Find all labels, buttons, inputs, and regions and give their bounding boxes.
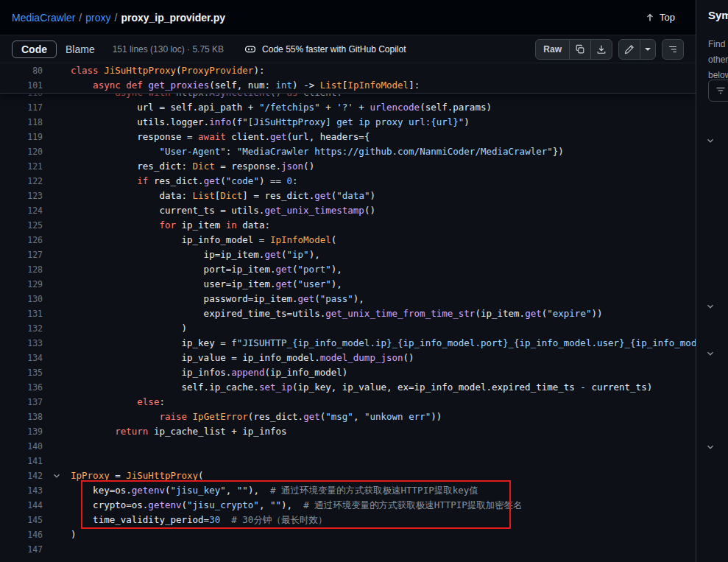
symbol-expand-chevron-icon[interactable] bbox=[705, 136, 717, 147]
line-number[interactable]: 142 bbox=[0, 468, 43, 483]
raw-button[interactable]: Raw bbox=[535, 39, 570, 60]
line-number[interactable]: 140 bbox=[0, 439, 43, 454]
line-number[interactable]: 80 bbox=[0, 63, 43, 78]
line-number[interactable]: 120 bbox=[0, 144, 43, 159]
breadcrumb: MediaCrawler / proxy / proxy_ip_provider… bbox=[12, 12, 225, 24]
line-number[interactable]: 118 bbox=[0, 115, 43, 130]
line-number[interactable]: 126 bbox=[0, 233, 43, 247]
scroll-to-top-button[interactable]: Top bbox=[645, 12, 675, 23]
symbol-expand-chevron-icon[interactable] bbox=[705, 348, 717, 360]
symbols-panel-title: Symbols bbox=[708, 9, 728, 21]
code-text: current_ts = utils.get_unix_timestamp() bbox=[71, 203, 696, 218]
code-text: ip=ip_item.get("ip"), bbox=[71, 247, 696, 262]
line-number[interactable]: 119 bbox=[0, 130, 43, 144]
line-number[interactable]: 141 bbox=[0, 454, 43, 468]
file-view: MediaCrawler / proxy / proxy_ip_provider… bbox=[0, 0, 696, 562]
line-number[interactable]: 123 bbox=[0, 189, 43, 203]
file-meta-info: 151 lines (130 loc) · 5.75 KB bbox=[113, 44, 224, 55]
line-number[interactable]: 132 bbox=[0, 321, 43, 336]
code-line: 126 ip_info_model = IpInfoModel( bbox=[0, 233, 696, 247]
code-line: 139 return ip_cache_list + ip_infos bbox=[0, 424, 696, 439]
line-number[interactable]: 139 bbox=[0, 424, 43, 439]
copilot-icon bbox=[244, 43, 256, 55]
symbol-expand-chevron-icon[interactable] bbox=[705, 301, 717, 313]
download-button[interactable] bbox=[590, 39, 612, 60]
line-number[interactable]: 127 bbox=[0, 247, 43, 262]
edit-dropdown-button[interactable] bbox=[640, 39, 656, 60]
symbols-filter-input[interactable] bbox=[708, 80, 728, 102]
line-number[interactable]: 124 bbox=[0, 203, 43, 218]
line-number[interactable]: 146 bbox=[0, 527, 43, 542]
line-number[interactable]: 122 bbox=[0, 174, 43, 189]
code-line: 135 ip_infos.append(ip_info_model) bbox=[0, 365, 696, 380]
code-text: response = await client.get(url, headers… bbox=[71, 130, 696, 144]
symbol-expand-chevron-icon[interactable] bbox=[705, 442, 717, 454]
sticky-scope-lines: 80class JiSuHttpProxy(ProxyProvider):101… bbox=[0, 63, 696, 93]
code-line: 122 if res_dict.get("code") == 0: bbox=[0, 174, 696, 189]
code-line: 80class JiSuHttpProxy(ProxyProvider): bbox=[0, 63, 696, 78]
collapse-chevron-icon[interactable] bbox=[43, 468, 71, 483]
line-number[interactable]: 147 bbox=[0, 542, 43, 557]
gutter bbox=[43, 277, 71, 292]
gutter bbox=[43, 174, 71, 189]
line-number[interactable]: 130 bbox=[0, 292, 43, 306]
code-line: 119 response = await client.get(url, hea… bbox=[0, 130, 696, 144]
line-number[interactable]: 134 bbox=[0, 351, 43, 365]
line-number[interactable]: 145 bbox=[0, 513, 43, 527]
tab-blame[interactable]: Blame bbox=[57, 41, 104, 58]
line-number[interactable]: 138 bbox=[0, 410, 43, 424]
gutter bbox=[43, 439, 71, 454]
code-line: 140 bbox=[0, 439, 696, 454]
line-number[interactable]: 135 bbox=[0, 365, 43, 380]
gutter bbox=[43, 306, 71, 321]
gutter bbox=[43, 233, 71, 247]
toolbar-actions: Raw bbox=[535, 39, 684, 60]
breadcrumb-repo-link[interactable]: MediaCrawler bbox=[12, 12, 75, 24]
line-number[interactable]: 129 bbox=[0, 277, 43, 292]
line-number[interactable]: 131 bbox=[0, 306, 43, 321]
symbols-panel: Symbols Find other below bbox=[696, 0, 728, 562]
line-number[interactable]: 125 bbox=[0, 218, 43, 233]
line-number[interactable]: 117 bbox=[0, 100, 43, 115]
code-line: 142IpProxy = JiSuHttpProxy( bbox=[0, 468, 696, 483]
line-number[interactable]: 128 bbox=[0, 262, 43, 277]
code-line: 132 ) bbox=[0, 321, 696, 336]
line-number[interactable]: 137 bbox=[0, 395, 43, 410]
code-line: 123 data: List[Dict] = res_dict.get("dat… bbox=[0, 189, 696, 203]
code-text: self.ip_cache.set_ip(ip_key, ip_value, e… bbox=[71, 380, 696, 395]
code-text: class JiSuHttpProxy(ProxyProvider): bbox=[71, 63, 696, 78]
tab-code[interactable]: Code bbox=[12, 41, 57, 58]
breadcrumb-dir-link[interactable]: proxy bbox=[85, 12, 110, 24]
line-number[interactable]: 133 bbox=[0, 336, 43, 351]
code-line: 125 for ip_item in data: bbox=[0, 218, 696, 233]
line-number[interactable]: 136 bbox=[0, 380, 43, 395]
code-line: 118 utils.logger.info(f"[JiSuHttpProxy] … bbox=[0, 115, 696, 130]
copilot-banner-text: Code 55% faster with GitHub Copilot bbox=[262, 44, 406, 55]
gutter bbox=[43, 63, 71, 78]
code-text: ) bbox=[71, 321, 696, 336]
code-text: password=ip_item.get("pass"), bbox=[71, 292, 696, 306]
line-number[interactable]: 144 bbox=[0, 498, 43, 513]
code-line: 131 expired_time_ts=utils.get_unix_time_… bbox=[0, 306, 696, 321]
code-text: ip_key = f"JISUHTTP_{ip_info_model.ip}_{… bbox=[71, 336, 696, 351]
line-number[interactable]: 121 bbox=[0, 159, 43, 174]
code-text: "User-Agent": "MediaCrawler https://gith… bbox=[71, 144, 696, 159]
code-line: 127 ip=ip_item.get("ip"), bbox=[0, 247, 696, 262]
code-text: IpProxy = JiSuHttpProxy( bbox=[71, 468, 696, 483]
gutter bbox=[43, 78, 71, 93]
line-number[interactable]: 101 bbox=[0, 78, 43, 93]
code-line: 101 async def get_proxies(self, num: int… bbox=[0, 78, 696, 93]
symbols-panel-toggle-button[interactable] bbox=[662, 39, 684, 60]
code-line: 136 self.ip_cache.set_ip(ip_key, ip_valu… bbox=[0, 380, 696, 395]
gutter bbox=[43, 100, 71, 115]
code-text bbox=[71, 454, 696, 468]
code-text: async def get_proxies(self, num: int) ->… bbox=[71, 78, 696, 93]
code-blame-switch: Code Blame bbox=[12, 41, 104, 58]
gutter bbox=[43, 410, 71, 424]
code-text bbox=[71, 542, 696, 557]
code-text: if res_dict.get("code") == 0: bbox=[71, 174, 696, 189]
line-number[interactable]: 143 bbox=[0, 483, 43, 498]
copy-button[interactable] bbox=[569, 39, 591, 60]
code-text: crypto=os.getenv("jisu_crypto", ""), # 通… bbox=[71, 498, 696, 513]
edit-button[interactable] bbox=[618, 39, 640, 60]
